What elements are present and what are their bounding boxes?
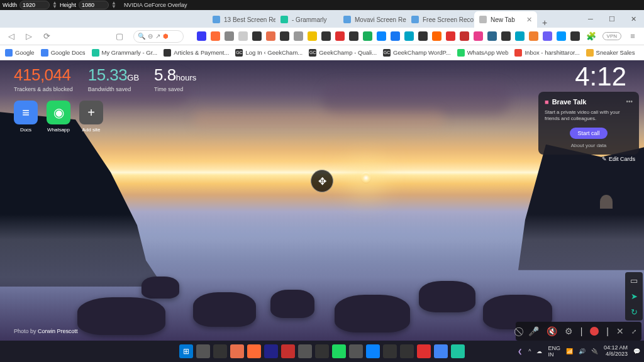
settings-icon[interactable]: ⚙ [565, 326, 573, 336]
extension-icon[interactable] [404, 31, 414, 41]
taskbar-app[interactable] [315, 344, 329, 358]
forward-button[interactable]: ▷ [23, 31, 35, 41]
tray-lang[interactable]: ENGIN [548, 345, 560, 358]
extension-icon[interactable] [432, 31, 441, 41]
extension-icon[interactable] [460, 31, 469, 41]
extension-icon[interactable] [501, 31, 511, 41]
tray-clock[interactable]: 04:12 AM4/6/2023 [604, 345, 628, 358]
bookmark-item[interactable]: GCGeekChamp WordP... [383, 49, 451, 57]
extension-icon[interactable] [474, 31, 483, 41]
taskbar-app[interactable] [230, 344, 244, 358]
height-input[interactable] [79, 1, 109, 9]
taskbar-app[interactable] [298, 344, 312, 358]
start-button[interactable]: ⊞ [179, 344, 193, 358]
extension-icon[interactable] [570, 31, 580, 41]
tray-notif-icon[interactable]: 💬 [633, 348, 640, 354]
browser-tab[interactable]: 13 Best Screen Recor [208, 11, 275, 28]
bookmark-button[interactable]: ▢ [113, 31, 126, 41]
bookmark-item[interactable]: WhatsApp Web [457, 49, 509, 57]
taskbar-app[interactable] [196, 344, 210, 358]
tray-onedrive-icon[interactable]: ☁ [536, 348, 542, 354]
tray-feather-icon[interactable]: ❮ [518, 348, 523, 354]
close-window-button[interactable]: ✕ [623, 10, 644, 28]
extension-icon[interactable] [363, 31, 372, 41]
panel-item-2[interactable]: ➤ [631, 292, 638, 301]
shortcut-tile[interactable]: ≡Docs [14, 101, 38, 133]
back-button[interactable]: ◁ [5, 31, 18, 41]
recorder-close-button[interactable]: ✕ [616, 326, 624, 336]
taskbar-app[interactable] [383, 344, 397, 358]
bookmark-item[interactable]: Google Docs [41, 49, 86, 57]
maximize-button[interactable]: ☐ [601, 10, 623, 28]
extension-icon[interactable] [252, 31, 262, 41]
taskbar-app[interactable] [213, 344, 227, 358]
extension-icon[interactable] [529, 31, 538, 41]
browser-tab[interactable]: - Grammarly [275, 11, 338, 28]
extension-icon[interactable] [321, 31, 331, 41]
taskbar-app[interactable] [400, 344, 414, 358]
extension-icon[interactable] [349, 31, 358, 41]
extension-icon[interactable] [280, 31, 289, 41]
extension-icon[interactable] [197, 31, 206, 41]
tray-volume-icon[interactable]: 🔊 [579, 348, 586, 354]
browser-tab[interactable]: New Tab✕ [474, 11, 537, 28]
taskbar-app[interactable] [417, 344, 431, 358]
extension-icon[interactable] [238, 31, 248, 41]
reload-button[interactable]: ⟳ [40, 31, 53, 41]
extensions-button[interactable]: 🧩 [585, 31, 597, 41]
extension-icon[interactable] [335, 31, 345, 41]
extension-icon[interactable] [543, 31, 552, 41]
extension-icon[interactable] [515, 31, 525, 41]
mic-icon[interactable]: 🎤 [528, 326, 539, 336]
taskbar-app[interactable] [366, 344, 380, 358]
taskbar-app[interactable] [247, 344, 261, 358]
extension-icon[interactable] [446, 31, 455, 41]
taskbar-app[interactable] [349, 344, 363, 358]
bookmark-item[interactable]: Google [5, 49, 35, 57]
panel-item-1[interactable]: ▭ [630, 276, 638, 285]
about-data-link[interactable]: About your data [545, 143, 633, 148]
taskbar-app[interactable] [332, 344, 346, 358]
extension-icon[interactable] [377, 31, 386, 41]
record-button[interactable] [590, 327, 599, 336]
minimize-button[interactable]: ─ [580, 10, 601, 28]
extension-icon[interactable] [266, 31, 275, 41]
bookmark-item[interactable]: Sneaker Sales [586, 49, 635, 57]
vpn-badge[interactable]: VPN [602, 32, 621, 40]
extension-icon[interactable] [487, 31, 497, 41]
taskbar-app[interactable] [264, 344, 278, 358]
photo-credit[interactable]: Photo by Corwin Prescott [14, 328, 78, 334]
extension-icon[interactable] [391, 31, 400, 41]
bookmark-item[interactable]: GCLog In ‹ GeekCham... [235, 49, 303, 57]
edit-cards-button[interactable]: ✎ Edit Cards [602, 156, 635, 162]
browser-tab[interactable]: Free Screen Recorder [406, 11, 474, 28]
start-call-button[interactable]: Start call [570, 128, 607, 139]
new-tab-button[interactable]: + [537, 18, 552, 28]
shortcut-tile[interactable]: +Add site [79, 101, 103, 133]
extension-icon[interactable] [211, 31, 220, 41]
browser-tab[interactable]: Movavi Screen Recor [338, 11, 406, 28]
taskbar-app[interactable] [281, 344, 295, 358]
audio-icon[interactable]: 🔇 [547, 326, 557, 336]
menu-button[interactable]: ≡ [626, 31, 639, 41]
bookmark-item[interactable]: GCGeekChamp - Quali... [309, 49, 377, 57]
width-input[interactable] [19, 1, 50, 9]
taskbar-app[interactable] [434, 344, 448, 358]
shortcut-tile[interactable]: ◉Whatsapp [47, 101, 70, 133]
tray-battery-icon[interactable]: 🔌 [591, 348, 598, 354]
extension-icon[interactable] [557, 31, 566, 41]
extension-icon[interactable] [418, 31, 428, 41]
extension-icon[interactable] [308, 31, 317, 41]
recorder-expand-icon[interactable]: ⤢ [631, 328, 636, 335]
url-bar[interactable]: 🔍 ⊖ ↗ ⬢ [133, 30, 184, 43]
extension-icon[interactable] [294, 31, 303, 41]
bookmark-item[interactable]: My Grammarly - Gr... [92, 49, 158, 57]
bookmark-item[interactable]: Inbox - harshittaror... [514, 49, 579, 57]
bookmark-item[interactable]: Articles & Payment... [164, 49, 229, 57]
taskbar-app[interactable] [451, 344, 465, 358]
card-menu-icon[interactable]: ••• [626, 98, 633, 106]
tab-close-icon[interactable]: ✕ [526, 16, 532, 24]
tray-wifi-icon[interactable]: 📶 [566, 348, 573, 354]
tray-up-icon[interactable]: ^ [528, 348, 531, 354]
extension-icon[interactable] [225, 31, 234, 41]
